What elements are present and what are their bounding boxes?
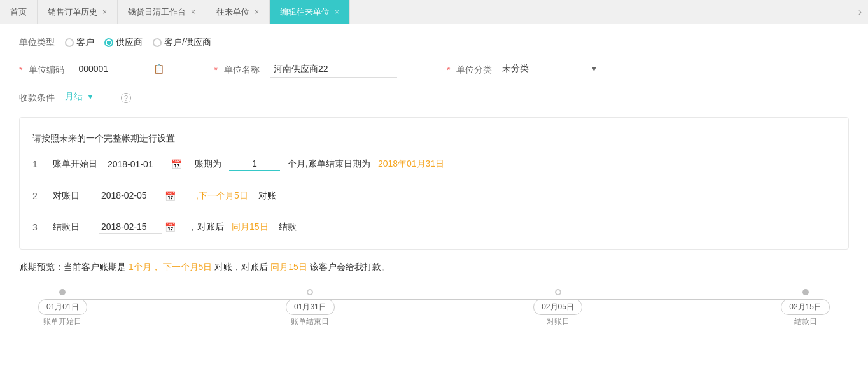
start-date-cal-icon[interactable]: 📅 (171, 159, 182, 169)
reconcile-date-highlight: ,下一个月5日 (196, 190, 248, 202)
start-date-input-group: 📅 (105, 158, 182, 171)
unit-category-chevron: ▼ (590, 64, 598, 73)
timeline-nodes: 01月01日 账单开始日 01月31日 账单结束日 02月05日 对账日 02月… (38, 289, 830, 327)
preview-label: 账期预览：当前客户账期是 (19, 262, 126, 272)
radio-customer-label: 客户 (76, 37, 94, 48)
reconcile-date-input-group: 📅 (99, 189, 176, 202)
tab-edit-partner-close[interactable]: × (335, 8, 339, 17)
main-content: 单位类型 客户 供应商 客户/供应商 * 单位编码 📋 (0, 24, 868, 387)
tab-edit-partner-label: 编辑往来单位 (280, 6, 330, 18)
tab-home[interactable]: 首页 (0, 0, 38, 24)
preview-highlight3: 同月15日 (270, 262, 307, 272)
tl-dot-4 (802, 289, 809, 295)
radio-both[interactable]: 客户/供应商 (153, 37, 211, 48)
timeline-line (54, 299, 814, 300)
payment-date-cal-icon[interactable]: 📅 (165, 222, 176, 232)
unit-code-input-group: 📋 (74, 61, 164, 78)
period-suffix-2b: 对账 (258, 190, 276, 202)
payment-help-icon[interactable]: ? (121, 93, 131, 103)
unit-category-value: 未分类 (502, 63, 529, 74)
period-index-1: 1 (32, 159, 45, 169)
unit-info-row: * 单位编码 📋 * 单位名称 * 单位分类 未分类 ▼ (19, 61, 849, 78)
unit-name-input[interactable] (270, 62, 397, 78)
tl-label-4: 结款日 (794, 316, 817, 327)
tl-label-3: 对账日 (547, 316, 570, 327)
payment-date-input-group: 📅 (99, 220, 176, 234)
radio-supplier-circle (104, 38, 113, 47)
unit-code-icon[interactable]: 📋 (153, 64, 164, 74)
tab-cash-work[interactable]: 钱货日清工作台 × (118, 0, 206, 24)
tab-cash-work-close[interactable]: × (191, 8, 195, 17)
reconcile-date-input[interactable] (99, 189, 162, 202)
period-label-1: 账单开始日 (53, 158, 97, 170)
payment-date-input[interactable] (99, 220, 162, 234)
payment-condition-value: 月结 (65, 91, 83, 102)
tl-pill-3: 02月05日 (533, 299, 582, 315)
reconcile-date-cal-icon[interactable]: 📅 (165, 191, 176, 201)
tab-partner-unit-close[interactable]: × (255, 8, 259, 17)
unit-name-star: * (214, 65, 217, 75)
tl-label-2: 账单结束日 (291, 316, 329, 327)
payment-date-highlight: 同月15日 (232, 222, 269, 233)
tl-dot-2 (307, 289, 313, 295)
period-index-3: 3 (32, 222, 45, 232)
preview-text: 账期预览：当前客户账期是 1个月， 下一个月5日 对账，对账后 同月15日 该客… (19, 260, 849, 274)
timeline-node-1: 01月01日 账单开始日 (38, 289, 87, 327)
preview-mid: 对账，对账后 (214, 262, 268, 272)
radio-both-label: 客户/供应商 (164, 37, 211, 48)
tab-expand-arrow[interactable]: › (852, 0, 868, 24)
tab-edit-partner[interactable]: 编辑往来单位 × (270, 0, 350, 24)
unit-category-select[interactable]: 未分类 ▼ (502, 63, 598, 76)
period-suffix-3a: ，对账后 (188, 222, 224, 233)
tab-sales-history-close[interactable]: × (102, 8, 107, 17)
payment-condition-select[interactable]: 月结 ▼ (65, 91, 116, 104)
radio-supplier-label: 供应商 (116, 37, 143, 48)
unit-code-label: 单位编码 (29, 64, 64, 76)
tab-sales-history-label: 销售订单历史 (48, 6, 97, 18)
period-label-3: 结款日 (53, 222, 91, 233)
start-date-input[interactable] (105, 158, 169, 171)
payment-condition-label: 收款条件 (19, 92, 55, 104)
timeline-node-2: 01月31日 账单结束日 (286, 289, 335, 327)
timeline-node-3: 02月05日 对账日 (533, 289, 582, 327)
period-row-3: 3 结款日 📅 ，对账后 同月15日 结款 (32, 220, 836, 234)
unit-category-star: * (447, 65, 450, 75)
timeline-container: 01月01日 账单开始日 01月31日 账单结束日 02月05日 对账日 02月… (19, 289, 849, 327)
radio-customer[interactable]: 客户 (65, 37, 94, 48)
unit-code-group: * 单位编码 📋 (19, 61, 164, 78)
radio-supplier[interactable]: 供应商 (104, 37, 143, 48)
unit-category-label: 单位分类 (456, 64, 492, 76)
tl-pill-4: 02月15日 (781, 299, 830, 315)
tab-partner-unit[interactable]: 往来单位 × (206, 0, 270, 24)
period-suffix-pre-1: 账期为 (195, 158, 221, 170)
period-label-2: 对账日 (53, 190, 91, 202)
tl-label-1: 账单开始日 (43, 316, 81, 327)
unit-type-row: 单位类型 客户 供应商 客户/供应商 (19, 37, 849, 48)
payment-condition-row: 收款条件 月结 ▼ ? (19, 91, 849, 104)
payment-condition-chevron: ▼ (87, 92, 94, 101)
period-row-1: 1 账单开始日 📅 账期为 个月,账单结束日期为 2018年01月31日 (32, 157, 836, 171)
tab-partner-unit-label: 往来单位 (216, 6, 249, 18)
unit-name-label: 单位名称 (224, 64, 260, 76)
tl-dot-3 (555, 289, 561, 295)
preview-end: 该客户会给我打款。 (310, 262, 390, 272)
unit-type-radio-group: 客户 供应商 客户/供应商 (65, 37, 211, 48)
tab-sales-history[interactable]: 销售订单历史 × (38, 0, 118, 24)
tl-pill-1: 01月01日 (38, 299, 87, 315)
unit-code-star: * (19, 65, 22, 75)
preview-highlight2: 下一个月5日 (163, 262, 213, 272)
tab-cash-work-label: 钱货日清工作台 (128, 6, 186, 18)
period-suffix-mid-1: 个月,账单结束日期为 (288, 158, 370, 170)
preview-highlight1: 1个月， (129, 262, 160, 272)
unit-type-label: 单位类型 (19, 37, 55, 48)
tab-home-label: 首页 (10, 6, 27, 18)
radio-both-circle (153, 38, 162, 47)
period-suffix-3b: 结款 (279, 222, 297, 233)
unit-code-input[interactable] (74, 61, 151, 76)
radio-customer-circle (65, 38, 74, 47)
unit-category-group: * 单位分类 未分类 ▼ (447, 63, 598, 76)
period-end-date-highlight: 2018年01月31日 (378, 158, 444, 170)
tl-pill-2: 01月31日 (286, 299, 335, 315)
unit-name-group: * 单位名称 (214, 62, 396, 78)
period-months-input[interactable] (229, 157, 280, 171)
